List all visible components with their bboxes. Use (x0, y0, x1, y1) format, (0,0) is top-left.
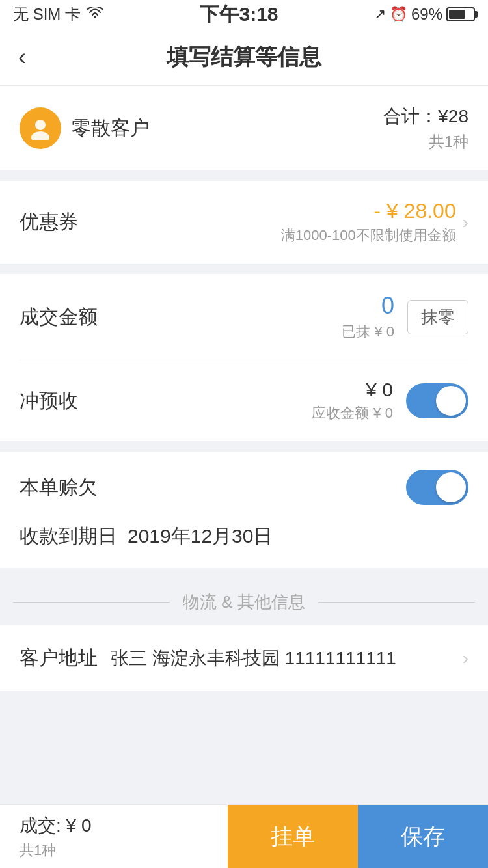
due-date-value: 2019年12月30日 (128, 523, 273, 550)
deal-value-wrap: 0 已抹 ¥ 0 (342, 292, 394, 342)
address-label: 客户地址 (20, 645, 98, 671)
customer-right: 合计：¥28 共1种 (383, 104, 468, 152)
alarm-icon: ⏰ (390, 6, 407, 23)
deal-amount-value[interactable]: 0 (342, 292, 394, 319)
coupon-row[interactable]: 优惠券 - ¥ 28.00 满1000-100不限制使用金额 › (0, 181, 488, 264)
coupon-label: 优惠券 (20, 209, 78, 236)
charge-sub: 应收金额 ¥ 0 (312, 403, 393, 423)
charge-value: ¥ 0 (312, 379, 393, 401)
logistics-divider-left (13, 602, 170, 603)
address-row[interactable]: 客户地址 张三 海淀永丰科技园 11111111111 › (20, 625, 468, 691)
coupon-right: - ¥ 28.00 满1000-100不限制使用金额 › (281, 199, 468, 245)
toggle-knob (436, 386, 466, 416)
status-right: ↗ ⏰ 69% (374, 5, 475, 23)
bottom-bar: 成交: ¥ 0 共1种 挂单 保存 (0, 804, 488, 868)
due-date-label: 收款到期日 (20, 523, 117, 550)
total-count: 共1种 (383, 131, 468, 152)
status-time: 下午3:18 (200, 1, 278, 28)
debt-toggle[interactable] (406, 470, 468, 505)
round-zero-button[interactable]: 抹零 (407, 300, 468, 334)
address-value: 张三 海淀永丰科技园 11111111111 (111, 646, 463, 671)
deal-amount-right: 0 已抹 ¥ 0 抹零 (342, 292, 468, 342)
content: 零散客户 合计：¥28 共1种 优惠券 - ¥ 28.00 满1000-100不… (0, 86, 488, 769)
due-date-row[interactable]: 收款到期日 2019年12月30日 (20, 523, 468, 568)
customer-row: 零散客户 合计：¥28 共1种 (0, 86, 488, 170)
logistics-section: 物流 & 其他信息 (0, 578, 488, 625)
customer-name: 零散客户 (72, 115, 150, 142)
charge-value-wrap: ¥ 0 应收金额 ¥ 0 (312, 379, 393, 423)
coupon-card[interactable]: 优惠券 - ¥ 28.00 满1000-100不限制使用金额 › (0, 181, 488, 264)
coupon-amount: - ¥ 28.00 (281, 199, 456, 223)
bottom-info: 成交: ¥ 0 共1种 (0, 805, 228, 868)
page-title: 填写结算等信息 (167, 42, 321, 72)
battery-percent: 69% (411, 5, 442, 23)
bottom-deal-value: ¥ 0 (66, 815, 92, 835)
location-icon: ↗ (374, 6, 386, 23)
bottom-count: 共1种 (20, 841, 208, 860)
wifi-icon (86, 5, 104, 23)
charge-row: 冲预收 ¥ 0 应收金额 ¥ 0 (20, 360, 468, 441)
logistics-divider-right (318, 602, 475, 603)
charge-label: 冲预收 (20, 388, 78, 414)
status-left: 无 SIM 卡 (13, 4, 104, 25)
address-section[interactable]: 客户地址 张三 海淀永丰科技园 11111111111 › (0, 625, 488, 691)
deal-section: 成交金额 0 已抹 ¥ 0 抹零 冲预收 ¥ 0 应收金额 ¥ 0 (0, 274, 488, 441)
svg-point-0 (35, 120, 46, 130)
nav-bar: ‹ 填写结算等信息 (0, 29, 488, 86)
avatar (20, 107, 61, 149)
total-amount: 合计：¥28 (383, 104, 468, 129)
deal-amount-label: 成交金额 (20, 304, 98, 331)
debt-section: 本单赊欠 收款到期日 2019年12月30日 (0, 452, 488, 568)
svg-point-1 (31, 131, 49, 140)
debt-row: 本单赊欠 (20, 452, 468, 523)
deal-sub-label: 已抹 ¥ 0 (342, 322, 394, 342)
debt-toggle-knob (436, 472, 466, 502)
coupon-info: - ¥ 28.00 满1000-100不限制使用金额 (281, 199, 456, 245)
chevron-right-icon: › (463, 212, 468, 233)
coupon-desc: 满1000-100不限制使用金额 (281, 226, 456, 245)
hang-button[interactable]: 挂单 (228, 805, 358, 868)
customer-left: 零散客户 (20, 107, 150, 149)
logistics-text: 物流 & 其他信息 (183, 591, 305, 614)
deal-amount-row: 成交金额 0 已抹 ¥ 0 抹零 (20, 274, 468, 360)
address-chevron-icon: › (463, 648, 468, 669)
bottom-deal-label: 成交: (20, 815, 61, 835)
charge-toggle[interactable] (406, 383, 468, 418)
charge-right: ¥ 0 应收金额 ¥ 0 (312, 379, 468, 423)
save-button[interactable]: 保存 (358, 805, 488, 868)
carrier-text: 无 SIM 卡 (13, 4, 81, 25)
status-bar: 无 SIM 卡 下午3:18 ↗ ⏰ 69% (0, 0, 488, 29)
back-button[interactable]: ‹ (18, 44, 26, 71)
debt-label: 本单赊欠 (20, 474, 98, 501)
battery-icon (446, 7, 475, 21)
bottom-deal-text: 成交: ¥ 0 (20, 813, 208, 838)
customer-card: 零散客户 合计：¥28 共1种 (0, 86, 488, 170)
